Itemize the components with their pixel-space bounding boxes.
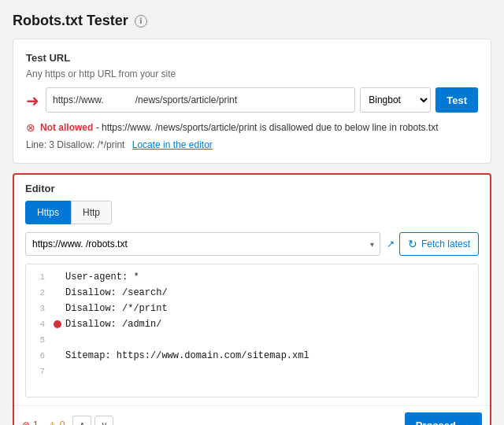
result-detail: - https://www. /news/sports/article/prin…: [93, 122, 438, 133]
file-row: https://www. /robots.txt ▾ ↗ ↻ Fetch lat…: [25, 232, 479, 256]
table-row: 3 Disallow: /*/print: [26, 301, 478, 316]
file-select-wrapper: https://www. /robots.txt ▾: [25, 232, 380, 256]
not-allowed-badge: Not allowed: [40, 122, 93, 133]
nav-arrows: ∧ ∨: [72, 416, 113, 425]
bottom-bar: ⊗ 1 ⚠ 0 ∧ ∨ Pr: [14, 405, 490, 425]
code-lines: 1 User-agent: * 2 Disallow: /search/ 3: [26, 264, 478, 384]
arrow-up-icon: ∧: [79, 419, 86, 425]
arrow-down-icon: ∨: [101, 419, 108, 425]
test-button[interactable]: Test: [435, 87, 478, 113]
test-url-label: Test URL: [26, 52, 478, 64]
file-select[interactable]: https://www. /robots.txt: [25, 232, 380, 256]
arrow-indicator: ➜: [26, 91, 39, 110]
url-input[interactable]: [46, 87, 355, 113]
error-dot: [54, 320, 61, 328]
editor-card: Editor Https Http https://www. /robots.t…: [13, 173, 491, 425]
page-title: Robots.txt Tester: [13, 13, 128, 29]
external-link-icon[interactable]: ↗: [387, 238, 395, 249]
error-circle-icon: ⊗: [22, 419, 30, 425]
result-text: Not allowed - https://www. /news/sports/…: [40, 120, 439, 135]
fetch-latest-button[interactable]: ↻ Fetch latest: [399, 232, 479, 256]
tab-http[interactable]: Http: [71, 201, 112, 224]
tab-row: Https Http: [25, 201, 479, 224]
table-row: 6 Sitemap: https://www.domain.com/sitema…: [26, 348, 478, 364]
nav-up-button[interactable]: ∧: [72, 416, 91, 425]
editor-body: https://www. /robots.txt ▾ ↗ ↻ Fetch lat…: [14, 224, 490, 405]
table-row: 1 User-agent: *: [26, 269, 478, 285]
url-input-row: ➜ Bingbot Googlebot All Test: [26, 87, 478, 113]
editor-header: Editor Https Http: [14, 175, 490, 224]
warn-status: ⚠ 0: [48, 419, 65, 425]
code-editor[interactable]: 1 User-agent: * 2 Disallow: /search/ 3: [25, 264, 479, 397]
info-icon[interactable]: ℹ: [135, 15, 147, 28]
line-info: Line: 3 Disallow: /*/print Locate in the…: [26, 139, 478, 150]
test-url-card: Test URL Any https or http URL from your…: [13, 39, 491, 164]
table-row: 2 Disallow: /search/: [26, 285, 478, 301]
table-row: 5: [26, 332, 478, 348]
test-url-subtitle: Any https or http URL from your site: [26, 68, 478, 79]
editor-label: Editor: [25, 183, 479, 194]
result-row: ⊗ Not allowed - https://www. /news/sport…: [26, 120, 478, 135]
refresh-icon: ↻: [408, 238, 417, 250]
proceed-button[interactable]: Proceed →: [405, 412, 482, 425]
bot-select[interactable]: Bingbot Googlebot All: [360, 87, 431, 113]
warning-triangle-icon: ⚠: [48, 419, 57, 425]
table-row: 7: [26, 364, 478, 379]
arrow-right-icon: →: [461, 419, 471, 426]
locate-in-editor-link[interactable]: Locate in the editor: [132, 139, 213, 150]
table-row: 4 Disallow: /admin/: [26, 316, 478, 332]
error-icon: ⊗: [26, 121, 35, 134]
status-indicators: ⊗ 1 ⚠ 0: [22, 419, 65, 425]
tab-https[interactable]: Https: [25, 201, 71, 224]
error-status: ⊗ 1: [22, 419, 39, 425]
nav-down-button[interactable]: ∨: [94, 416, 113, 425]
